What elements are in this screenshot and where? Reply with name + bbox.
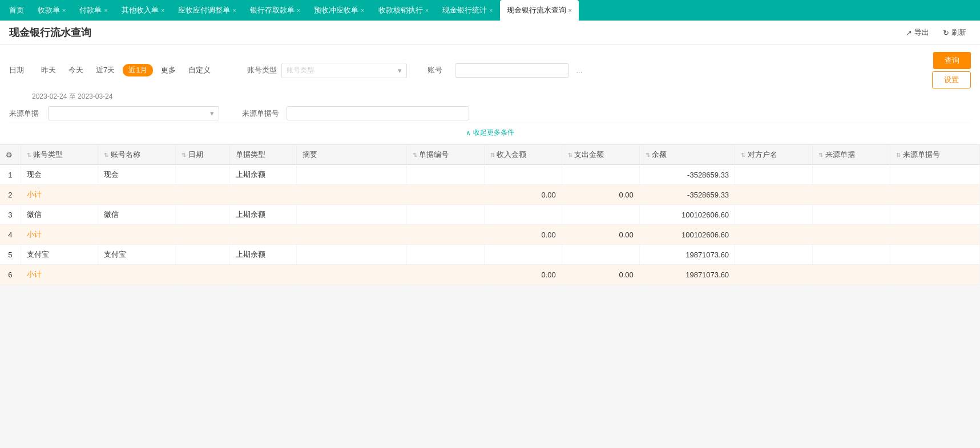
account-dots-button[interactable]: ... bbox=[574, 64, 584, 77]
close-payment-icon[interactable]: × bbox=[104, 0, 107, 21]
nav-ar-ap-adjust[interactable]: 应收应付调整单 × bbox=[171, 0, 243, 21]
close-prepay-icon[interactable]: × bbox=[361, 0, 364, 21]
cell-balance: 19871073.60 bbox=[639, 265, 735, 285]
cell-expense: 0.00 bbox=[562, 185, 639, 205]
cell-date bbox=[176, 165, 229, 185]
row-number: 3 bbox=[0, 205, 21, 225]
cell-source-doc bbox=[813, 225, 890, 245]
filter-row-2: 来源单据 ▾ 来源单据号 bbox=[9, 106, 971, 120]
row-number: 1 bbox=[0, 165, 21, 185]
source-doc-no-input[interactable] bbox=[287, 106, 469, 120]
account-input[interactable] bbox=[455, 63, 569, 78]
query-button[interactable]: 查询 bbox=[933, 52, 971, 69]
collapse-button[interactable]: ∧ 收起更多条件 bbox=[466, 128, 514, 138]
collapse-up-icon: ∧ bbox=[466, 129, 471, 137]
settings-button[interactable]: 设置 bbox=[932, 71, 971, 88]
gear-icon: ⚙ bbox=[6, 151, 13, 159]
th-counterparty[interactable]: ⇅ 对方户名 bbox=[735, 145, 813, 165]
cell-balance: 100102606.60 bbox=[639, 225, 735, 245]
row-number: 6 bbox=[0, 265, 21, 285]
cell-income bbox=[484, 205, 562, 225]
subtotal-label: 小计 bbox=[27, 230, 42, 239]
cell-income: 0.00 bbox=[484, 185, 562, 205]
header-actions: ↗ 导出 ↻ 刷新 bbox=[901, 25, 971, 40]
close-other-income-icon[interactable]: × bbox=[161, 0, 164, 21]
th-source-doc[interactable]: ⇅ 来源单据 bbox=[813, 145, 890, 165]
export-icon: ↗ bbox=[906, 29, 912, 37]
table-row: 3 微信 微信 上期余额 100102606.60 bbox=[0, 205, 980, 225]
cell-account-name: 现金 bbox=[98, 165, 176, 185]
sort-balance-icon: ⇅ bbox=[646, 152, 650, 158]
close-receipt-icon[interactable]: × bbox=[62, 0, 66, 21]
nav-cash-bank-flow[interactable]: 现金银行流水查询 × bbox=[500, 0, 579, 21]
export-button[interactable]: ↗ 导出 bbox=[901, 25, 934, 40]
th-income[interactable]: ⇅ 收入金额 bbox=[484, 145, 562, 165]
cell-expense: 0.00 bbox=[562, 225, 639, 245]
row-number: 5 bbox=[0, 245, 21, 265]
data-table: ⚙ ⇅ 账号类型 ⇅ 账号名称 ⇅ 日期 单据类型 摘要 ⇅ 单据编号 ⇅ 收入… bbox=[0, 145, 980, 285]
th-gear[interactable]: ⚙ bbox=[0, 145, 21, 165]
nav-other-income[interactable]: 其他收入单 × bbox=[115, 0, 171, 21]
cell-doc-no bbox=[406, 245, 484, 265]
date-range-display: 2023-02-24 至 2023-03-24 bbox=[32, 92, 112, 100]
close-collection-icon[interactable]: × bbox=[425, 0, 429, 21]
th-expense[interactable]: ⇅ 支出金额 bbox=[562, 145, 639, 165]
th-account-name[interactable]: ⇅ 账号名称 bbox=[98, 145, 176, 165]
filter-row-1: 日期 昨天 今天 近7天 近1月 更多 自定义 账号类型 账号类型 ▾ 账号 .… bbox=[9, 52, 971, 88]
subtotal-label: 小计 bbox=[27, 270, 42, 279]
cell-source-doc bbox=[813, 165, 890, 185]
th-account-type[interactable]: ⇅ 账号类型 bbox=[21, 145, 98, 165]
th-date[interactable]: ⇅ 日期 bbox=[176, 145, 229, 165]
cell-date bbox=[176, 265, 229, 285]
nav-prepay-offset[interactable]: 预收冲应收单 × bbox=[307, 0, 371, 21]
cell-doc-type: 上期余额 bbox=[229, 205, 296, 225]
nav-cash-bank-stat[interactable]: 现金银行统计 × bbox=[435, 0, 499, 21]
cell-account-name bbox=[98, 225, 176, 245]
refresh-button[interactable]: ↻ 刷新 bbox=[938, 25, 971, 40]
nav-bank-deposit[interactable]: 银行存取款单 × bbox=[243, 0, 307, 21]
close-flow-icon[interactable]: × bbox=[568, 0, 572, 21]
cell-summary bbox=[296, 165, 406, 185]
nav-collection-exec[interactable]: 收款核销执行 × bbox=[372, 0, 435, 21]
date-7days[interactable]: 近7天 bbox=[91, 64, 119, 76]
date-1month[interactable]: 近1月 bbox=[123, 64, 153, 76]
th-doc-no[interactable]: ⇅ 单据编号 bbox=[406, 145, 484, 165]
close-ar-ap-icon[interactable]: × bbox=[232, 0, 236, 21]
sort-counterparty-icon: ⇅ bbox=[741, 152, 745, 158]
account-type-select[interactable]: 账号类型 ▾ bbox=[281, 63, 407, 78]
sort-account-name-icon: ⇅ bbox=[104, 152, 108, 158]
date-today[interactable]: 今天 bbox=[64, 64, 88, 76]
nav-receipt[interactable]: 收款单 × bbox=[31, 0, 72, 21]
cell-doc-no bbox=[406, 205, 484, 225]
nav-home[interactable]: 首页 bbox=[2, 0, 31, 21]
page-header: 现金银行流水查询 ↗ 导出 ↻ 刷新 bbox=[0, 21, 980, 45]
cell-source-doc-no bbox=[890, 205, 980, 225]
cell-account-type: 小计 bbox=[21, 225, 98, 245]
sort-account-type-icon: ⇅ bbox=[27, 152, 31, 158]
cell-date bbox=[176, 225, 229, 245]
table-area: ⚙ ⇅ 账号类型 ⇅ 账号名称 ⇅ 日期 单据类型 摘要 ⇅ 单据编号 ⇅ 收入… bbox=[0, 145, 980, 285]
cell-summary bbox=[296, 225, 406, 245]
source-doc-select[interactable]: ▾ bbox=[48, 106, 219, 120]
date-more[interactable]: 更多 bbox=[156, 64, 180, 76]
table-row: 1 现金 现金 上期余额 -3528659.33 bbox=[0, 165, 980, 185]
cell-counterparty bbox=[735, 185, 813, 205]
table-row: 6 小计 0.00 0.00 19871073.60 bbox=[0, 265, 980, 285]
sort-income-icon: ⇅ bbox=[490, 152, 495, 158]
cell-balance: -3528659.33 bbox=[639, 185, 735, 205]
th-source-doc-no[interactable]: ⇅ 来源单据号 bbox=[890, 145, 980, 165]
cell-counterparty bbox=[735, 205, 813, 225]
date-custom[interactable]: 自定义 bbox=[184, 64, 215, 76]
cell-account-type: 支付宝 bbox=[21, 245, 98, 265]
nav-payment[interactable]: 付款单 × bbox=[72, 0, 114, 21]
sort-source-doc-icon: ⇅ bbox=[818, 152, 823, 158]
date-yesterday[interactable]: 昨天 bbox=[37, 64, 61, 76]
cell-counterparty bbox=[735, 245, 813, 265]
date-shortcuts: 昨天 今天 近7天 近1月 更多 自定义 bbox=[37, 64, 215, 76]
close-bank-deposit-icon[interactable]: × bbox=[297, 0, 300, 21]
cell-source-doc-no bbox=[890, 225, 980, 245]
cell-balance: 19871073.60 bbox=[639, 245, 735, 265]
close-stat-icon[interactable]: × bbox=[489, 0, 493, 21]
th-balance[interactable]: ⇅ 余额 bbox=[639, 145, 735, 165]
source-doc-no-label: 来源单据号 bbox=[242, 108, 282, 119]
